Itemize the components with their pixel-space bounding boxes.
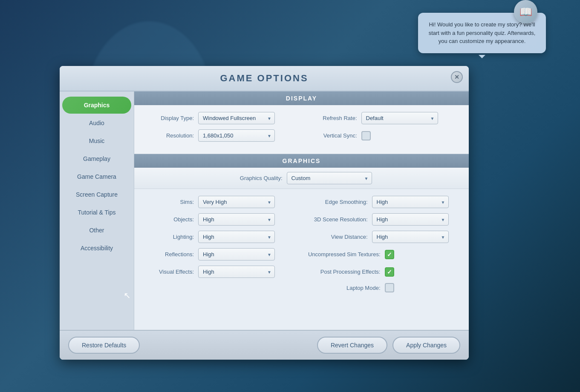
display-section-content: Display Type: Windowed Fullscreen Fullsc… bbox=[134, 105, 469, 154]
objects-wrapper: Low Medium High Very High Ultra ▼ bbox=[198, 213, 275, 226]
visual-effects-label: Visual Effects: bbox=[143, 269, 194, 275]
vsync-checkbox[interactable] bbox=[361, 131, 371, 140]
dialog-body: Graphics Audio Music Gameplay Game Camer… bbox=[60, 92, 469, 330]
uncompressed-textures-checkbox[interactable] bbox=[385, 250, 394, 259]
resolution-row: Resolution: 1,680x1,050 1920x1080 2560x1… bbox=[143, 129, 460, 142]
sidebar: Graphics Audio Music Gameplay Game Camer… bbox=[60, 92, 134, 330]
graphics-section-header: Graphics bbox=[134, 154, 469, 168]
dialog-footer: Restore Defaults Revert Changes Apply Ch… bbox=[60, 330, 469, 360]
content-area: Display Display Type: Windowed Fullscree… bbox=[134, 92, 469, 330]
display-section-header: Display bbox=[134, 92, 469, 105]
edge-smoothing-label: Edge Smoothing: bbox=[308, 199, 368, 205]
sidebar-item-graphics[interactable]: Graphics bbox=[62, 97, 131, 114]
sims-group: Sims: Low Medium High Very High Ultra ▼ bbox=[143, 196, 295, 208]
view-distance-wrapper: Near Medium Far High Very High ▼ bbox=[372, 231, 449, 243]
edge-smoothing-wrapper: Off Low Medium High Very High ▼ bbox=[372, 196, 449, 208]
lighting-wrapper: Off Low Medium High Very High ▼ bbox=[198, 231, 275, 243]
post-processing-group: Post Processing Effects: bbox=[308, 266, 461, 278]
post-processing-label: Post Processing Effects: bbox=[308, 269, 381, 275]
apply-changes-button[interactable]: Apply Changes bbox=[392, 337, 460, 354]
lighting-select[interactable]: Off Low Medium High Very High bbox=[198, 231, 275, 243]
refresh-rate-wrapper: Default 60Hz 120Hz 144Hz ▼ bbox=[361, 112, 438, 124]
scene-resolution-select[interactable]: Low Medium High Very High bbox=[372, 213, 449, 226]
dialog-title: Game Options bbox=[220, 73, 308, 83]
sims-wrapper: Low Medium High Very High Ultra ▼ bbox=[198, 196, 275, 208]
sims-select[interactable]: Low Medium High Very High Ultra bbox=[198, 196, 275, 208]
sidebar-item-tutorial-tips[interactable]: Tutorial & Tips bbox=[62, 204, 131, 221]
display-type-label: Display Type: bbox=[143, 115, 194, 121]
lighting-label: Lighting: bbox=[143, 234, 194, 240]
visual-effects-wrapper: Off Low Medium High Very High ▼ bbox=[198, 266, 275, 278]
refresh-rate-label: Refresh Rate: bbox=[306, 115, 357, 121]
laptop-mode-group: Laptop Mode: bbox=[308, 283, 461, 292]
lighting-group: Lighting: Off Low Medium High Very High … bbox=[143, 231, 295, 243]
tooltip-text: Hi! Would you like to create my story? W… bbox=[427, 20, 537, 46]
dialog-header: Game Options ✕ bbox=[60, 66, 469, 92]
tooltip-bubble: 📖 Hi! Would you like to create my story?… bbox=[418, 13, 546, 53]
vsync-group: Vertical Sync: bbox=[306, 131, 461, 140]
graphics-grid: Sims: Low Medium High Very High Ultra ▼ bbox=[134, 189, 469, 299]
sidebar-item-accessibility[interactable]: Accessibility bbox=[62, 240, 131, 257]
view-distance-group: View Distance: Near Medium Far High Very… bbox=[308, 231, 461, 243]
vsync-label: Vertical Sync: bbox=[306, 132, 357, 139]
laptop-mode-checkbox[interactable] bbox=[385, 283, 394, 292]
reflections-select[interactable]: Off Low Medium High Very High bbox=[198, 248, 275, 260]
edge-smoothing-select[interactable]: Off Low Medium High Very High bbox=[372, 196, 449, 208]
refresh-rate-group: Refresh Rate: Default 60Hz 120Hz 144Hz ▼ bbox=[306, 112, 461, 124]
uncompressed-textures-group: Uncompressed Sim Textures: bbox=[308, 248, 461, 260]
graphics-quality-row: Graphics Quality: Custom Low Medium High… bbox=[134, 168, 469, 189]
graphics-quality-label: Graphics Quality: bbox=[231, 175, 283, 181]
footer-right: Revert Changes Apply Changes bbox=[317, 337, 460, 354]
close-button[interactable]: ✕ bbox=[451, 71, 463, 83]
edge-smoothing-group: Edge Smoothing: Off Low Medium High Very… bbox=[308, 196, 461, 208]
sidebar-item-game-camera[interactable]: Game Camera bbox=[62, 168, 131, 185]
display-type-wrapper: Windowed Fullscreen Fullscreen Windowed … bbox=[198, 112, 275, 124]
sidebar-item-other[interactable]: Other bbox=[62, 222, 131, 239]
uncompressed-textures-label: Uncompressed Sim Textures: bbox=[308, 251, 381, 258]
revert-changes-button[interactable]: Revert Changes bbox=[317, 337, 387, 354]
display-type-select[interactable]: Windowed Fullscreen Fullscreen Windowed bbox=[198, 112, 275, 124]
view-distance-select[interactable]: Near Medium Far High Very High bbox=[372, 231, 449, 243]
reflections-group: Reflections: Off Low Medium High Very Hi… bbox=[143, 248, 295, 260]
sidebar-item-screen-capture[interactable]: Screen Capture bbox=[62, 186, 131, 203]
post-processing-checkbox[interactable] bbox=[385, 267, 394, 277]
scene-resolution-label: 3D Scene Resolution: bbox=[308, 216, 368, 223]
reflections-label: Reflections: bbox=[143, 251, 194, 258]
resolution-select[interactable]: 1,680x1,050 1920x1080 2560x1440 bbox=[198, 129, 275, 142]
objects-group: Objects: Low Medium High Very High Ultra… bbox=[143, 213, 295, 226]
resolution-wrapper: 1,680x1,050 1920x1080 2560x1440 ▼ bbox=[198, 129, 275, 142]
resolution-group: Resolution: 1,680x1,050 1920x1080 2560x1… bbox=[143, 129, 297, 142]
graphics-quality-select[interactable]: Custom Low Medium High Very High Ultra bbox=[287, 172, 372, 184]
restore-defaults-button[interactable]: Restore Defaults bbox=[68, 337, 140, 354]
resolution-label: Resolution: bbox=[143, 132, 194, 139]
objects-select[interactable]: Low Medium High Very High Ultra bbox=[198, 213, 275, 226]
laptop-mode-label: Laptop Mode: bbox=[308, 285, 381, 291]
sidebar-item-gameplay[interactable]: Gameplay bbox=[62, 150, 131, 167]
objects-label: Objects: bbox=[143, 216, 194, 223]
view-distance-label: View Distance: bbox=[308, 234, 368, 240]
display-type-row: Display Type: Windowed Fullscreen Fullsc… bbox=[143, 112, 460, 124]
sidebar-item-audio[interactable]: Audio bbox=[62, 114, 131, 132]
tooltip-icon: 📖 bbox=[514, 0, 537, 23]
graphics-quality-wrapper: Custom Low Medium High Very High Ultra ▼ bbox=[287, 172, 372, 184]
sims-label: Sims: bbox=[143, 199, 194, 205]
refresh-rate-select[interactable]: Default 60Hz 120Hz 144Hz bbox=[361, 112, 438, 124]
reflections-wrapper: Off Low Medium High Very High ▼ bbox=[198, 248, 275, 260]
scene-resolution-group: 3D Scene Resolution: Low Medium High Ver… bbox=[308, 213, 461, 226]
sidebar-item-music[interactable]: Music bbox=[62, 132, 131, 149]
visual-effects-select[interactable]: Off Low Medium High Very High bbox=[198, 266, 275, 278]
visual-effects-group: Visual Effects: Off Low Medium High Very… bbox=[143, 266, 295, 278]
scene-resolution-wrapper: Low Medium High Very High ▼ bbox=[372, 213, 449, 226]
display-type-group: Display Type: Windowed Fullscreen Fullsc… bbox=[143, 112, 297, 124]
game-options-dialog: Game Options ✕ Graphics Audio Music Game… bbox=[60, 66, 469, 360]
